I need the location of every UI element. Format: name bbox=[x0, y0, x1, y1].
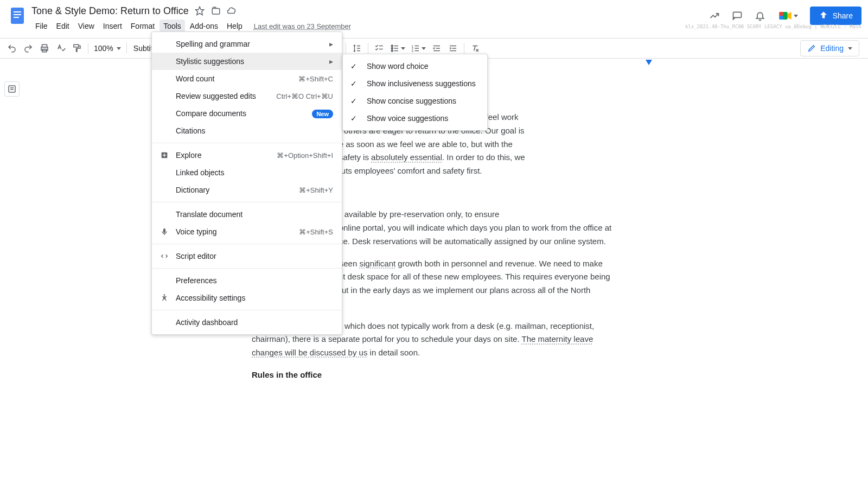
menu-format[interactable]: Format bbox=[127, 20, 158, 33]
stylistic-option-show-concise-suggestions[interactable]: ✓Show concise suggestions bbox=[343, 92, 487, 110]
docs-logo[interactable] bbox=[7, 4, 28, 26]
menu-tools[interactable]: Tools bbox=[159, 20, 185, 33]
menu-view[interactable]: View bbox=[74, 20, 98, 33]
svg-rect-62 bbox=[163, 155, 167, 155]
activity-icon[interactable] bbox=[709, 10, 720, 21]
svg-point-38 bbox=[391, 48, 393, 49]
notifications-icon[interactable] bbox=[755, 10, 765, 21]
tools-item-spelling-and-grammar[interactable]: Spelling and grammar▸ bbox=[152, 35, 342, 53]
cloud-status-icon[interactable] bbox=[227, 5, 238, 16]
tools-item-preferences[interactable]: Preferences bbox=[152, 272, 342, 289]
spellcheck-button[interactable] bbox=[53, 41, 68, 56]
tools-item-review-suggested-edits[interactable]: Review suggested editsCtrl+⌘O Ctrl+⌘U bbox=[152, 87, 342, 105]
suggestion-link[interactable]: significant bbox=[359, 259, 395, 268]
code-icon bbox=[159, 251, 169, 261]
doc-text: in detail soon. bbox=[367, 348, 420, 357]
tools-menu-dropdown: Spelling and grammar▸Stylistic suggestio… bbox=[151, 31, 342, 335]
svg-rect-5 bbox=[212, 9, 220, 15]
check-icon: ✓ bbox=[350, 114, 360, 123]
svg-rect-9 bbox=[779, 12, 783, 16]
svg-rect-10 bbox=[779, 16, 783, 20]
check-icon: ✓ bbox=[350, 79, 360, 88]
last-edit-link[interactable]: Last edit was on 23 September bbox=[254, 22, 351, 30]
check-icon: ✓ bbox=[350, 62, 360, 71]
menu-file[interactable]: File bbox=[31, 20, 52, 33]
move-icon[interactable] bbox=[210, 5, 221, 16]
share-button[interactable]: Share bbox=[810, 7, 861, 25]
comments-icon[interactable] bbox=[732, 10, 743, 21]
zoom-select[interactable]: 100% bbox=[92, 43, 123, 54]
menu-addons[interactable]: Add-ons bbox=[186, 20, 222, 33]
menu-edit[interactable]: Edit bbox=[53, 20, 73, 33]
svg-rect-63 bbox=[163, 228, 165, 233]
submenu-arrow-icon: ▸ bbox=[329, 40, 333, 48]
meet-button[interactable] bbox=[777, 8, 798, 23]
svg-rect-1 bbox=[14, 11, 21, 12]
editing-mode-button[interactable]: Editing bbox=[800, 40, 859, 56]
tools-item-word-count[interactable]: Word count⌘+Shift+C bbox=[152, 70, 342, 87]
tools-item-activity-dashboard[interactable]: Activity dashboard bbox=[152, 314, 342, 331]
svg-marker-59 bbox=[646, 60, 652, 65]
menu-insert[interactable]: Insert bbox=[99, 20, 126, 33]
share-label: Share bbox=[833, 11, 853, 20]
stylistic-option-show-inclusiveness-suggestions[interactable]: ✓Show inclusiveness suggestions bbox=[343, 75, 487, 92]
outline-tab-button[interactable] bbox=[4, 81, 20, 97]
check-icon: ✓ bbox=[350, 97, 360, 105]
new-badge: New bbox=[312, 110, 333, 118]
mic-icon bbox=[159, 227, 169, 237]
svg-rect-3 bbox=[14, 17, 19, 18]
svg-point-40 bbox=[391, 50, 393, 52]
svg-marker-8 bbox=[787, 12, 791, 20]
header: Tone & Style Demo: Return to Office File… bbox=[0, 0, 868, 34]
suggestion-link[interactable]: absolutely essential bbox=[371, 152, 442, 162]
redo-button[interactable] bbox=[21, 41, 36, 56]
tools-item-citations[interactable]: Citations bbox=[152, 122, 342, 139]
tools-item-script-editor[interactable]: Script editor bbox=[152, 247, 342, 265]
svg-point-36 bbox=[391, 45, 393, 47]
tools-item-stylistic-suggestions[interactable]: Stylistic suggestions▸ bbox=[152, 53, 342, 70]
svg-rect-6 bbox=[733, 12, 741, 17]
tools-item-compare-documents[interactable]: Compare documentsNew bbox=[152, 105, 342, 122]
submenu-arrow-icon: ▸ bbox=[329, 57, 333, 66]
print-button[interactable] bbox=[37, 41, 52, 56]
star-icon[interactable] bbox=[194, 5, 205, 16]
stylistic-option-show-word-choice[interactable]: ✓Show word choice bbox=[343, 58, 487, 75]
tools-item-accessibility-settings[interactable]: Accessibility settings bbox=[152, 289, 342, 307]
doc-text: . In order to do this, we bbox=[442, 152, 525, 162]
tools-item-translate-document[interactable]: Translate document bbox=[152, 206, 342, 223]
menubar: File Edit View Insert Format Tools Add-o… bbox=[31, 18, 709, 34]
header-right: Share bbox=[709, 4, 861, 25]
plus-icon bbox=[159, 150, 169, 160]
svg-rect-2 bbox=[14, 14, 21, 15]
svg-rect-14 bbox=[74, 44, 79, 47]
tools-item-dictionary[interactable]: Dictionary⌘+Shift+Y bbox=[152, 181, 342, 199]
tools-item-explore[interactable]: Explore⌘+Option+Shift+I bbox=[152, 147, 342, 164]
document-title[interactable]: Tone & Style Demo: Return to Office bbox=[31, 5, 189, 17]
subheading: Rules in the office bbox=[252, 368, 616, 382]
menu-help[interactable]: Help bbox=[223, 20, 246, 33]
svg-point-64 bbox=[164, 294, 165, 296]
svg-text:3: 3 bbox=[411, 49, 413, 53]
debug-info: klx_2021.40-Thu_RC00 SCARY LEGACY ua_0De… bbox=[685, 24, 861, 29]
stylistic-submenu: ✓Show word choice✓Show inclusiveness sug… bbox=[342, 54, 488, 131]
ruler-marker-icon[interactable] bbox=[646, 60, 652, 65]
title-area: Tone & Style Demo: Return to Office File… bbox=[31, 4, 709, 34]
stylistic-option-show-voice-suggestions[interactable]: ✓Show voice suggestions bbox=[343, 110, 487, 127]
svg-rect-0 bbox=[11, 8, 24, 24]
accessibility-icon bbox=[159, 293, 169, 303]
svg-marker-4 bbox=[195, 7, 203, 15]
tools-item-linked-objects[interactable]: Linked objects bbox=[152, 164, 342, 181]
tools-item-voice-typing[interactable]: Voice typing⌘+Shift+S bbox=[152, 223, 342, 240]
undo-button[interactable] bbox=[4, 41, 20, 56]
paint-format-button[interactable] bbox=[69, 41, 85, 56]
